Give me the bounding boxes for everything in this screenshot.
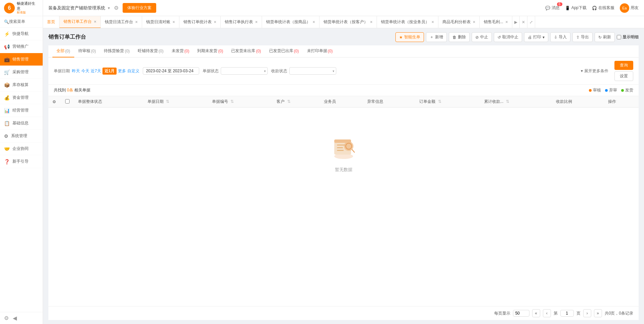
print-btn[interactable]: 🖨 打印 ▾ bbox=[524, 32, 548, 42]
page-prev-btn[interactable]: ‹ bbox=[543, 309, 551, 317]
filter-tab-wangpu[interactable]: 旺铺待发货(0) bbox=[134, 45, 168, 57]
payment-select[interactable] bbox=[289, 67, 336, 75]
th-settings[interactable]: ⚙ bbox=[48, 96, 60, 108]
smart-create-btn[interactable]: ★ 智能生单 bbox=[395, 32, 424, 42]
page-number-input[interactable] bbox=[560, 310, 574, 317]
customer-sort-icon[interactable]: ⇅ bbox=[287, 99, 291, 104]
sidebar-item-operations[interactable]: 📊 经营管理 bbox=[0, 104, 43, 117]
sidebar-item-base-info[interactable]: 📋 基础信息 bbox=[0, 117, 43, 130]
show-detail-input[interactable] bbox=[617, 35, 621, 39]
th-collected[interactable]: 累计收款... ⇅ bbox=[480, 96, 552, 108]
refresh-btn[interactable]: ↻ 刷新 bbox=[595, 32, 615, 42]
th-amount[interactable]: 订单金额 ⇅ bbox=[415, 96, 480, 108]
show-detail-checkbox[interactable]: 显示明细 bbox=[617, 34, 639, 40]
set-btn[interactable]: 设置 bbox=[614, 71, 633, 81]
page-size-select[interactable]: 50 10 20 100 bbox=[513, 310, 529, 317]
online-service-btn[interactable]: 🎧 在线客服 bbox=[592, 5, 614, 11]
filter-tab-not-shipped[interactable]: 未发货(0) bbox=[168, 45, 194, 57]
collected-sort-icon[interactable]: ⇅ bbox=[506, 99, 509, 104]
filter-tab-shipped-not-in[interactable]: 已发货未出库(0) bbox=[227, 45, 265, 57]
tab-sales-more[interactable]: 销售毛利... ✕ bbox=[480, 16, 512, 28]
page-first-btn[interactable]: « bbox=[532, 309, 540, 317]
sidebar-item-guide[interactable]: ❓ 新手引导 bbox=[0, 155, 43, 168]
status-select[interactable] bbox=[221, 67, 268, 75]
tab-sales-summary-customer[interactable]: 销货单统计表（按客户） ✕ bbox=[319, 16, 377, 28]
tab-sales-summary-product[interactable]: 销货单统计表（按商品） ✕ bbox=[262, 16, 319, 28]
tab-home[interactable]: 首页 bbox=[43, 16, 59, 28]
ship-action[interactable]: 发货 bbox=[621, 87, 633, 93]
sidebar-item-finance[interactable]: 💰 资金管理 bbox=[0, 91, 43, 104]
cancel-suspend-btn[interactable]: ↺ 取消中止 bbox=[494, 32, 522, 42]
th-date[interactable]: 单据日期 ⇅ bbox=[143, 96, 208, 108]
filter-tab-all[interactable]: 全部(0) bbox=[52, 45, 74, 57]
suspend-btn[interactable]: ⊘ 中止 bbox=[472, 32, 492, 42]
date-range-input[interactable] bbox=[143, 67, 199, 75]
page-last-btn[interactable]: » bbox=[594, 309, 602, 317]
sidebar-item-search[interactable]: 🔍 搜索菜单 bbox=[0, 16, 43, 28]
tab-margin-analysis[interactable]: 商品毛利分析表 ✕ bbox=[438, 16, 480, 28]
new-btn[interactable]: ＋ 新增 bbox=[426, 32, 447, 42]
page-next-btn[interactable]: › bbox=[583, 309, 591, 317]
tab-scroll-right[interactable]: ▶ bbox=[512, 16, 520, 28]
select-all-checkbox[interactable] bbox=[65, 99, 70, 104]
tab-maximize[interactable]: ⤢ bbox=[527, 16, 535, 28]
tab-cash-reconcile[interactable]: 钱货日清对账 ✕ bbox=[142, 16, 179, 28]
date-today[interactable]: 今天 bbox=[81, 68, 89, 74]
date-custom[interactable]: 自定义 bbox=[127, 68, 139, 74]
review-action[interactable]: 审核 bbox=[589, 87, 601, 93]
sidebar-item-marketing[interactable]: 📢 营销推广 bbox=[0, 40, 43, 53]
system-dropdown-arrow[interactable]: ▾ bbox=[108, 6, 110, 10]
app-download-btn[interactable]: 📱 App下载 bbox=[565, 5, 587, 11]
status-filter-label: 单据状态 bbox=[203, 68, 219, 74]
cancel-review-action[interactable]: 弃审 bbox=[605, 87, 617, 93]
tab-cash-daily[interactable]: 钱货日清工作台 ✕ bbox=[101, 16, 142, 28]
filter-tab-shipped-out[interactable]: 已发货已出库(0) bbox=[265, 45, 303, 57]
tab-close-sales-exec[interactable]: ✕ bbox=[255, 20, 258, 24]
settings-icon[interactable]: ⚙ bbox=[4, 315, 9, 321]
th-checkbox[interactable] bbox=[60, 96, 74, 108]
tab-close-cash-reconcile[interactable]: ✕ bbox=[172, 20, 175, 24]
tab-close-sales-summary-product[interactable]: ✕ bbox=[312, 20, 315, 24]
sidebar-item-enterprise[interactable]: 🤝 企业协同 bbox=[0, 143, 43, 155]
sidebar-item-inventory[interactable]: 📦 库存核算 bbox=[0, 79, 43, 91]
date-more[interactable]: 更多 bbox=[118, 68, 126, 74]
tab-close-sales-summary-customer[interactable]: ✕ bbox=[370, 20, 373, 24]
filter-tab-pending-review[interactable]: 待审核(0) bbox=[74, 45, 100, 57]
tab-sales-exec[interactable]: 销售订单执行表 ✕ bbox=[221, 16, 262, 28]
date-7days[interactable]: 近7天 bbox=[91, 68, 101, 74]
sidebar-item-system[interactable]: ⚙ 系统管理 bbox=[0, 130, 43, 143]
date-sort-icon[interactable]: ⇅ bbox=[166, 99, 169, 104]
filter-tab-not-printed[interactable]: 未打印单据(0) bbox=[303, 45, 337, 57]
sidebar-item-purchase[interactable]: 🛒 采购管理 bbox=[0, 66, 43, 79]
date-1month[interactable]: 近1月 bbox=[102, 68, 117, 75]
th-customer[interactable]: 客户 ⇅ bbox=[272, 96, 320, 108]
tab-close-cash-daily[interactable]: ✕ bbox=[135, 20, 138, 24]
delete-btn[interactable]: 🗑 删除 bbox=[449, 32, 470, 42]
tab-close-margin-analysis[interactable]: ✕ bbox=[473, 20, 475, 24]
sidebar-item-sales[interactable]: 💼 销售管理 bbox=[0, 53, 43, 66]
tab-close-sales-summary-staff[interactable]: ✕ bbox=[431, 20, 434, 24]
th-number[interactable]: 单据编号 ⇅ bbox=[208, 96, 272, 108]
tab-close-sales-workbench[interactable]: ✕ bbox=[94, 20, 96, 24]
tab-close-all[interactable]: ✕ bbox=[520, 16, 527, 28]
user-area[interactable]: Ea 用友 bbox=[620, 3, 639, 13]
sidebar-item-quick-nav[interactable]: ⚡ 快捷导航 bbox=[0, 28, 43, 40]
tab-sales-summary-staff[interactable]: 销货单统计表（按业务员） ✕ bbox=[377, 16, 438, 28]
tab-close-sales-more[interactable]: ✕ bbox=[505, 20, 508, 24]
tab-sales-stats[interactable]: 销售订单统计表 ✕ bbox=[179, 16, 221, 28]
query-btn[interactable]: 查询 bbox=[614, 61, 633, 70]
filter-tab-pending-inspect[interactable]: 待拣货验货(0) bbox=[100, 45, 134, 57]
system-settings-icon[interactable]: ⚙ bbox=[114, 5, 119, 11]
message-btn[interactable]: 💬 消息 6 bbox=[545, 5, 560, 11]
tab-sales-workbench[interactable]: 销售订单工作台 ✕ bbox=[59, 16, 101, 28]
filter-tab-overdue[interactable]: 到期未发货(0) bbox=[193, 45, 227, 57]
expand-filter-btn[interactable]: ▾ 展开更多条件 bbox=[581, 68, 608, 74]
experience-btn[interactable]: 体验行业方案 bbox=[123, 3, 156, 13]
number-sort-icon[interactable]: ⇅ bbox=[230, 99, 234, 104]
date-yesterday[interactable]: 昨天 bbox=[72, 68, 80, 74]
tab-close-sales-stats[interactable]: ✕ bbox=[214, 20, 216, 24]
collapse-icon[interactable]: ◀ bbox=[13, 315, 17, 321]
amount-sort-icon[interactable]: ⇅ bbox=[438, 99, 441, 104]
import-btn[interactable]: ⇩ 导入 bbox=[550, 32, 570, 42]
export-btn[interactable]: ⇧ 导出 bbox=[572, 32, 593, 42]
